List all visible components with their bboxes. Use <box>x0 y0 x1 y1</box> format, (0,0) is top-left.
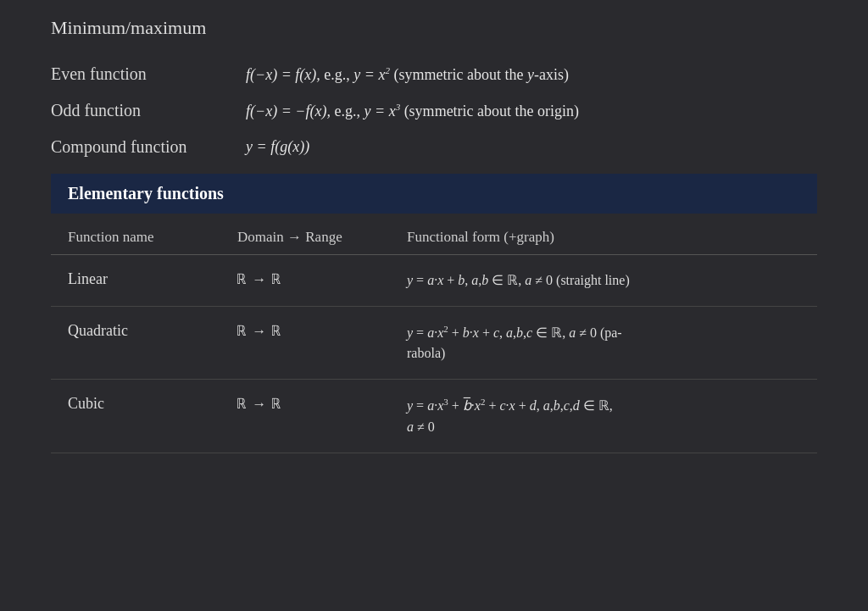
table-row-linear: Linear ℝ → ℝ y = a·x + b, a,b ∈ ℝ, a ≠ 0… <box>51 255 817 307</box>
col-header-domain: Domain → Range <box>237 229 407 246</box>
even-function-formula: f(−x) = f(x), e.g., y = x2 (symmetric ab… <box>246 65 569 84</box>
cell-name-linear: Linear <box>68 270 237 288</box>
table-header-row: Function name Domain → Range Functional … <box>51 214 817 255</box>
table-row-cubic: Cubic ℝ → ℝ y = a·x3 + b̅·x2 + c·x + d, … <box>51 380 817 453</box>
cell-name-cubic: Cubic <box>68 395 237 413</box>
odd-function-formula: f(−x) = −f(x), e.g., y = x3 (symmetric a… <box>246 102 579 120</box>
top-heading: Minimum/maximum <box>51 17 817 39</box>
col-header-functional-form: Functional form (+graph) <box>407 229 800 246</box>
even-function-row: Even function f(−x) = f(x), e.g., y = x2… <box>51 64 817 84</box>
even-function-label: Even function <box>51 64 246 84</box>
page-container: Minimum/maximum Even function f(−x) = f(… <box>0 0 868 611</box>
cell-domain-quadratic: ℝ → ℝ <box>237 322 407 340</box>
cell-formula-quadratic: y = a·x2 + b·x + c, a,b,c ∈ ℝ, a ≠ 0 (pa… <box>407 322 800 364</box>
col-header-function-name: Function name <box>68 229 237 246</box>
odd-function-row: Odd function f(−x) = −f(x), e.g., y = x3… <box>51 101 817 120</box>
cell-domain-linear: ℝ → ℝ <box>237 270 407 288</box>
properties-section: Even function f(−x) = f(x), e.g., y = x2… <box>51 64 817 157</box>
compound-function-row: Compound function y = f(g(x)) <box>51 137 817 157</box>
cell-formula-cubic: y = a·x3 + b̅·x2 + c·x + d, a,b,c,d ∈ ℝ,… <box>407 395 800 436</box>
odd-function-label: Odd function <box>51 101 246 120</box>
compound-function-label: Compound function <box>51 137 246 157</box>
cell-name-quadratic: Quadratic <box>68 322 237 340</box>
cell-domain-cubic: ℝ → ℝ <box>237 395 407 413</box>
compound-function-formula: y = f(g(x)) <box>246 138 309 156</box>
cell-formula-linear: y = a·x + b, a,b ∈ ℝ, a ≠ 0 (straight li… <box>407 270 800 291</box>
elementary-functions-table: Function name Domain → Range Functional … <box>51 214 817 453</box>
elementary-functions-header: Elementary functions <box>51 174 817 214</box>
table-row-quadratic: Quadratic ℝ → ℝ y = a·x2 + b·x + c, a,b,… <box>51 307 817 380</box>
